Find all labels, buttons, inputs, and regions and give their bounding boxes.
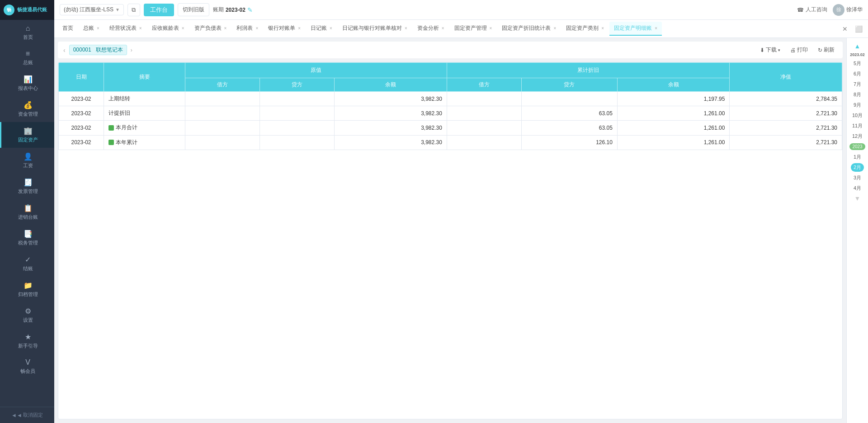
sidebar-label-reports: 报表中心	[18, 85, 38, 92]
copy-button[interactable]: ⧉	[127, 4, 140, 16]
sidebar-label-member: 畅会员	[20, 368, 35, 375]
download-label: 下载	[766, 46, 777, 54]
right-panel-month-1[interactable]: 1月	[847, 152, 868, 162]
tab-close-bank[interactable]: ×	[298, 26, 301, 31]
right-panel-month-3[interactable]: 3月	[847, 173, 868, 183]
tab-ledger[interactable]: 总账×	[79, 22, 104, 36]
tab-depreciation_stat[interactable]: 固定资产折旧统计表×	[497, 22, 561, 36]
period-edit-icon[interactable]: ✎	[247, 6, 253, 14]
user-menu[interactable]: 徐 徐泽华	[833, 4, 863, 16]
tab-asset_category[interactable]: 固定资产类别×	[561, 22, 609, 36]
period-value: 2023-02	[226, 7, 245, 13]
tab-label-operation: 经营状况表	[109, 24, 137, 32]
cell-date-2: 2023-02	[59, 121, 104, 136]
subnav-actions: ⬇ 下载 ▾ 🖨 打印 ↻ 刷新	[757, 44, 837, 56]
sidebar-item-funds[interactable]: 💰 资金管理	[0, 96, 54, 122]
sidebar-item-sales[interactable]: 📋 进销台账	[0, 199, 54, 225]
right-panel-month-6[interactable]: 6月	[847, 69, 868, 79]
tabbar-maximize-btn[interactable]: ⬜	[853, 24, 864, 34]
right-panel-month-12[interactable]: 12月	[847, 132, 868, 141]
tab-close-ledger[interactable]: ×	[97, 26, 99, 31]
tab-close-receivable[interactable]: ×	[182, 26, 184, 31]
right-panel-month-8[interactable]: 8月	[847, 90, 868, 99]
tab-close-fixedasset_mgmt[interactable]: ×	[490, 26, 492, 31]
tab-close-asset_category[interactable]: ×	[601, 26, 604, 31]
right-panel-month-7[interactable]: 7月	[847, 80, 868, 89]
cell-orig-balance-2: 3,982.30	[335, 121, 447, 136]
sidebar-label-ledger: 总账	[23, 59, 33, 66]
scroll-up-icon[interactable]: ▲	[854, 42, 861, 51]
workbench-button[interactable]: 工作台	[144, 4, 174, 16]
cell-orig-credit-3	[260, 135, 335, 150]
scroll-down-icon[interactable]: ▼	[854, 194, 861, 203]
logo-icon: 畅	[4, 5, 14, 15]
sidebar-item-tax[interactable]: 📑 税务管理	[0, 225, 54, 251]
tab-profit[interactable]: 利润表×	[232, 22, 263, 36]
tab-asset_detail[interactable]: 固定资产明细账×	[609, 22, 662, 36]
tab-reconcile[interactable]: 日记账与银行对账单核对×	[338, 22, 412, 36]
sidebar-item-fixed_assets[interactable]: 🏢 固定资产	[0, 122, 54, 148]
sidebar-item-reports[interactable]: 📊 报表中心	[0, 70, 54, 96]
switch-version-button[interactable]: 切到旧版	[178, 3, 209, 16]
sidebar-item-settings[interactable]: ⚙ 设置	[0, 302, 54, 328]
period-label: 账期	[213, 6, 224, 14]
refresh-button[interactable]: ↻ 刷新	[815, 44, 837, 56]
cell-accum-balance-1: 1,261.00	[617, 106, 730, 121]
pin-toggle[interactable]: ◄◄ 取消固定	[0, 407, 54, 423]
sidebar-item-guide[interactable]: ★ 新手引导	[0, 328, 54, 354]
service-button[interactable]: ☎ 人工咨询	[797, 6, 827, 14]
tabbar-close-all-btn[interactable]: ✕	[840, 24, 849, 34]
cell-orig-balance-1: 3,982.30	[335, 106, 447, 121]
sidebar-item-settlement[interactable]: ✓ 结账	[0, 251, 54, 277]
sidebar-label-archive: 归档管理	[18, 291, 38, 298]
tab-home[interactable]: 首页	[58, 22, 78, 36]
right-panel-year-label: 2023.02	[850, 52, 865, 58]
sidebar-icon-guide: ★	[25, 333, 31, 341]
right-panel-month-5[interactable]: 5月	[847, 59, 868, 68]
tab-close-profit[interactable]: ×	[255, 26, 258, 31]
right-panel-month-11[interactable]: 11月	[847, 121, 868, 131]
sidebar-item-member[interactable]: V 畅会员	[0, 354, 54, 379]
download-button[interactable]: ⬇ 下载 ▾	[757, 44, 783, 56]
sidebar-item-payroll[interactable]: 👤 工资	[0, 148, 54, 174]
refresh-icon: ↻	[818, 47, 822, 53]
cell-orig-credit-2	[260, 121, 335, 136]
tab-label-balance: 资产负债表	[194, 24, 222, 32]
cell-net-value-1: 2,721.30	[730, 106, 842, 121]
tab-close-depreciation_stat[interactable]: ×	[553, 26, 556, 31]
tab-close-balance[interactable]: ×	[224, 26, 227, 31]
right-panel-month-4[interactable]: 4月	[847, 183, 868, 193]
col-accum-balance: 余额	[617, 78, 730, 92]
tab-journal[interactable]: 日记账×	[306, 22, 337, 36]
tab-balance[interactable]: 资产负债表×	[190, 22, 231, 36]
subnav-back-icon[interactable]: ‹	[63, 47, 66, 54]
sidebar: 畅 畅捷通易代账 ⌂ 首页 ≡ 总账 📊 报表中心 💰 资金管理 🏢 固定资产 …	[0, 0, 54, 423]
sidebar-item-invoice[interactable]: 🧾 发票管理	[0, 174, 54, 199]
company-selector[interactable]: (勿动) 江西服坐-LSS ▼	[60, 4, 124, 15]
cell-orig-balance-0: 3,982.30	[335, 92, 447, 106]
right-panel: ▲ 2023.02 5月 6月 7月 8月 9月 10月 11月 12月 202…	[846, 38, 868, 423]
tab-close-journal[interactable]: ×	[330, 26, 332, 31]
sidebar-label-settlement: 结账	[23, 265, 33, 272]
tab-close-fund[interactable]: ×	[442, 26, 444, 31]
print-button[interactable]: 🖨 打印	[788, 44, 811, 56]
tab-bank[interactable]: 银行对账单×	[264, 22, 305, 36]
tab-close-reconcile[interactable]: ×	[405, 26, 407, 31]
sidebar-item-archive[interactable]: 📁 归档管理	[0, 277, 54, 302]
right-panel-month-9[interactable]: 9月	[847, 100, 868, 110]
tab-close-operation[interactable]: ×	[139, 26, 142, 31]
right-panel-month-2-active[interactable]: 2月	[851, 163, 864, 172]
sidebar-item-home[interactable]: ⌂ 首页	[0, 20, 54, 45]
tab-label-home: 首页	[62, 24, 73, 32]
tab-fixedasset_mgmt[interactable]: 固定资产管理×	[450, 22, 497, 36]
content-area: ‹ 000001 联想笔记本 › ⬇ 下载 ▾ 🖨 打印	[54, 38, 868, 423]
tab-fund[interactable]: 资金分析×	[413, 22, 449, 36]
sidebar-icon-ledger: ≡	[26, 50, 30, 58]
table-container: 日期 摘要 原值 累计折旧 净值 借方 贷方 余额 借方 贷方 余额	[58, 62, 843, 419]
right-panel-month-10[interactable]: 10月	[847, 111, 868, 120]
asset-code: 000001	[73, 47, 91, 53]
tab-operation[interactable]: 经营状况表×	[105, 22, 146, 36]
tab-close-asset_detail[interactable]: ×	[655, 26, 657, 31]
tab-receivable[interactable]: 应收账龄表×	[147, 22, 189, 36]
sidebar-item-ledger[interactable]: ≡ 总账	[0, 45, 54, 70]
